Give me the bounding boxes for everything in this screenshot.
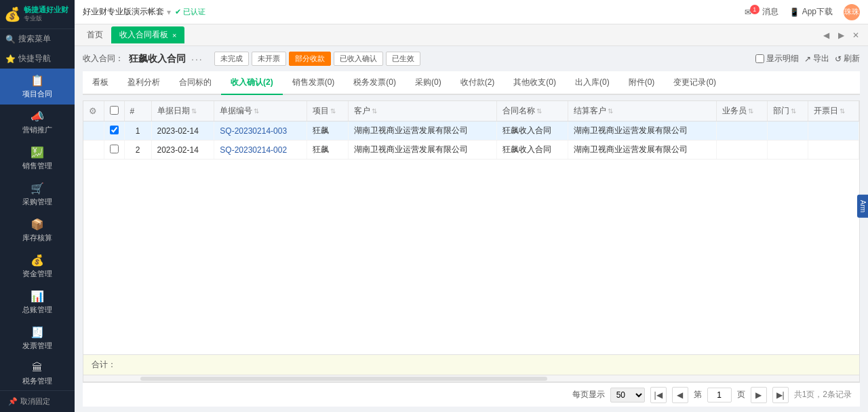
sort-code-icon[interactable]: ⇅ <box>254 107 259 115</box>
sub-tab-9[interactable]: 出入库(0) <box>566 71 619 95</box>
prev-page-button[interactable]: ◀ <box>672 387 688 403</box>
sidebar-label-5: 资金管理 <box>22 269 52 279</box>
sub-tab-11[interactable]: 变更记录(0) <box>664 71 726 95</box>
app-download-button[interactable]: 📱 App下载 <box>789 6 833 18</box>
sort-customer-icon[interactable]: ⇅ <box>372 107 377 115</box>
row-gear-0 <box>83 121 104 141</box>
sub-tab-1[interactable]: 盈利分析 <box>118 71 170 95</box>
sidebar-item-0[interactable]: 📋项目合同 <box>0 69 75 105</box>
status-btn-3[interactable]: 已收入确认 <box>334 52 383 66</box>
row-dept-0 <box>767 121 808 141</box>
refresh-icon: ↺ <box>835 54 842 64</box>
sidebar-label-0: 项目合同 <box>22 89 52 99</box>
sidebar-icon-7: 🧾 <box>31 326 44 339</box>
sort-open-date-icon[interactable]: ⇅ <box>840 107 845 115</box>
export-icon: ↗ <box>804 54 811 64</box>
row-cb-0 <box>104 121 124 141</box>
settings-icon[interactable]: ⚙ <box>89 106 97 116</box>
tab-next-button[interactable]: ▶ <box>834 29 848 42</box>
user-avatar-area[interactable]: 珠珠 <box>844 4 860 20</box>
page-number-input[interactable] <box>707 388 732 402</box>
sub-tab-7[interactable]: 收付款(2) <box>451 71 505 95</box>
sidebar-icon-0: 📋 <box>31 74 44 87</box>
sidebar-item-1[interactable]: 📣营销推广 <box>0 105 75 141</box>
horizontal-scrollbar[interactable] <box>83 375 859 381</box>
company-selector[interactable]: 好业财专业版演示帐套 ▾ <box>83 6 171 18</box>
table-wrap[interactable]: ⚙ # 单据日期⇅ 单据编号⇅ 项目⇅ 客户⇅ 合同名称⇅ 结算客户⇅ 业务员⇅… <box>83 101 859 354</box>
row-settle-0: 湖南卫视商业运营发展有限公司 <box>568 121 717 141</box>
sub-tab-10[interactable]: 附件(0) <box>619 71 665 95</box>
sidebar-item-2[interactable]: 💹销售管理 <box>0 141 75 176</box>
sort-project-icon[interactable]: ⇅ <box>330 107 336 115</box>
row-date-1: 2023-02-14 <box>151 141 214 160</box>
sort-contract-icon[interactable]: ⇅ <box>536 107 542 115</box>
row-code-link-1[interactable]: SQ-20230214-002 <box>220 145 287 155</box>
right-panel-button[interactable]: Arm <box>857 194 868 217</box>
per-page-select[interactable]: 50 20 100 <box>610 388 645 402</box>
sidebar-item-6[interactable]: 📊总账管理 <box>0 284 75 320</box>
sidebar-icon-3: 🛒 <box>31 182 44 195</box>
sub-tab-0[interactable]: 看板 <box>83 71 118 95</box>
refresh-button[interactable]: ↺ 刷新 <box>835 53 860 64</box>
row-salesman-0 <box>717 121 768 141</box>
sidebar-item-3[interactable]: 🛒采购管理 <box>0 176 75 212</box>
status-btn-0[interactable]: 未完成 <box>214 52 249 66</box>
status-btn-2[interactable]: 部分收款 <box>289 52 331 66</box>
sidebar-icon-1: 📣 <box>31 110 44 123</box>
th-salesman: 业务员⇅ <box>717 101 768 121</box>
row-code-link-0[interactable]: SQ-20230214-003 <box>220 126 287 136</box>
page-label-post: 页 <box>737 389 745 400</box>
scrollbar-thumb <box>140 377 547 381</box>
sidebar-label-6: 总账管理 <box>22 305 52 315</box>
sub-tab-4[interactable]: 销售发票(0) <box>283 71 344 95</box>
contract-more-button[interactable]: ··· <box>191 54 203 64</box>
show-detail-checkbox[interactable]: 显示明细 <box>755 53 799 64</box>
sidebar-label-4: 库存核算 <box>22 233 52 243</box>
status-btn-1[interactable]: 未开票 <box>252 52 286 66</box>
sort-settle-icon[interactable]: ⇅ <box>608 107 613 115</box>
sub-tab-6[interactable]: 采购(0) <box>406 71 451 95</box>
sidebar-search[interactable]: 🔍 搜索菜单 <box>0 29 75 49</box>
export-button[interactable]: ↗ 导出 <box>804 53 829 64</box>
row-project-0: 狂飙 <box>307 121 348 141</box>
first-page-button[interactable]: |◀ <box>650 387 667 403</box>
sub-tab-5[interactable]: 税务发票(0) <box>344 71 406 95</box>
last-page-button[interactable]: ▶| <box>772 387 789 403</box>
sub-tab-8[interactable]: 其他收支(0) <box>504 71 566 95</box>
tab-close-button[interactable]: ✕ <box>849 29 863 42</box>
header-actions: 显示明细 ↗ 导出 ↺ 刷新 <box>755 53 860 64</box>
row-open-date-1 <box>808 141 859 160</box>
total-label: 合计： <box>92 359 116 371</box>
sidebar-quick-nav[interactable]: ⭐ 快捷导航 <box>0 49 75 69</box>
sidebar-item-7[interactable]: 🧾发票管理 <box>0 320 75 356</box>
close-tab-button[interactable]: × <box>172 31 176 39</box>
row-checkbox-0[interactable] <box>110 126 119 134</box>
sidebar-item-5[interactable]: 💰资金管理 <box>0 248 75 284</box>
messages-button[interactable]: ✉ 1 消息 <box>745 6 778 18</box>
th-contract-label: 合同名称 <box>502 105 535 117</box>
sort-date-icon[interactable]: ⇅ <box>191 107 197 115</box>
sidebar-item-4[interactable]: 📦库存核算 <box>0 212 75 248</box>
active-tab[interactable]: 收入合同看板 × <box>111 26 184 43</box>
tab-prev-button[interactable]: ◀ <box>819 29 833 42</box>
topbar-left: 好业财专业版演示帐套 ▾ ✔ 已认证 <box>83 6 205 18</box>
sidebar-item-8[interactable]: 🏛税务管理 <box>0 356 75 390</box>
sidebar-label-7: 发票管理 <box>22 341 52 351</box>
sort-salesman-icon[interactable]: ⇅ <box>748 107 753 115</box>
select-all-checkbox[interactable] <box>110 106 119 115</box>
sort-dept-icon[interactable]: ⇅ <box>791 107 796 115</box>
home-tab[interactable]: 首页 <box>80 26 110 43</box>
total-row: 合计： <box>83 354 859 375</box>
next-page-button[interactable]: ▶ <box>751 387 767 403</box>
sub-tab-3[interactable]: 收入确认(2) <box>221 71 283 95</box>
row-date-0: 2023-02-14 <box>151 121 214 141</box>
row-checkbox-1[interactable] <box>110 145 119 153</box>
row-open-date-0 <box>808 121 859 141</box>
status-btn-4[interactable]: 已生效 <box>386 52 420 66</box>
row-project-1: 狂飙 <box>307 141 348 160</box>
th-customer-label: 客户 <box>354 105 370 117</box>
tab-label: 收入合同看板 <box>119 29 168 41</box>
header-row: ⚙ # 单据日期⇅ 单据编号⇅ 项目⇅ 客户⇅ 合同名称⇅ 结算客户⇅ 业务员⇅… <box>83 101 859 121</box>
unpin-button[interactable]: 📌 取消固定 <box>5 394 69 409</box>
sub-tab-2[interactable]: 合同标的 <box>170 71 221 95</box>
